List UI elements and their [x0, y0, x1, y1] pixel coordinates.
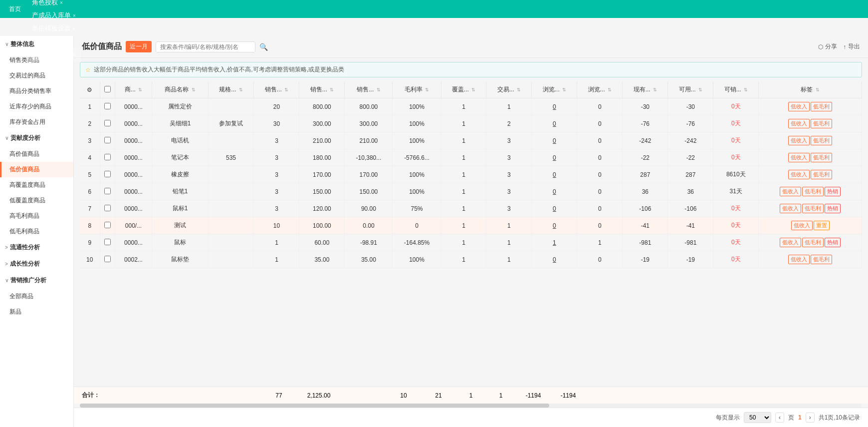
first-page-button[interactable]: ‹	[775, 413, 784, 423]
cell-browse1[interactable]: 0	[532, 251, 577, 268]
horizontal-scrollbar[interactable]	[80, 404, 862, 408]
nav-close-icon[interactable]: ×	[73, 13, 76, 18]
sidebar-item-低覆盖度商品[interactable]: 低覆盖度商品	[0, 193, 73, 208]
row-checkbox[interactable]	[104, 120, 111, 126]
cell-browse1[interactable]: 0	[532, 217, 577, 234]
cell-browse1[interactable]: 0	[532, 98, 577, 115]
nav-item-产成品入库单[interactable]: 产成品入库单 ×	[27, 9, 81, 22]
browse1-link[interactable]: 0	[553, 171, 556, 178]
nav-close-icon[interactable]: ×	[73, 26, 76, 31]
search-icon[interactable]: 🔍	[259, 43, 268, 51]
cell-checkbox[interactable]	[100, 115, 115, 132]
cell-browse1[interactable]: 0	[532, 149, 577, 166]
th-browse2[interactable]: 浏览... ⇅	[577, 81, 623, 98]
cell-checkbox[interactable]	[100, 217, 115, 234]
cell-current-stock: -22	[623, 149, 668, 166]
nav-item-商品分析[interactable]: 商品分析 ×	[27, 35, 81, 48]
th-sellable[interactable]: 可销... ⇅	[713, 81, 759, 98]
cell-checkbox[interactable]	[100, 149, 115, 166]
row-checkbox[interactable]	[104, 154, 111, 160]
cell-browse1[interactable]: 0	[532, 132, 577, 149]
browse1-link[interactable]: 0	[553, 222, 556, 229]
th-sales-qty[interactable]: 销售... ⇅	[254, 81, 299, 98]
browse1-link[interactable]: 0	[553, 103, 556, 110]
th-checkbox[interactable]	[100, 81, 115, 98]
nav-close-icon[interactable]: ×	[73, 52, 76, 57]
sidebar-item-高价值商品[interactable]: 高价值商品	[0, 146, 73, 162]
sidebar-section-贡献度分析[interactable]: ∨ 贡献度分析	[0, 130, 73, 146]
row-checkbox[interactable]	[104, 188, 111, 194]
browse1-link[interactable]: 1	[553, 239, 556, 246]
row-checkbox[interactable]	[104, 137, 111, 143]
page-size-select[interactable]: 50 100 200	[744, 412, 771, 423]
cell-sales-amount: 35.00	[299, 251, 345, 268]
sidebar-item-高毛利商品[interactable]: 高毛利商品	[0, 208, 73, 224]
browse1-link[interactable]: 0	[553, 154, 556, 161]
browse1-link[interactable]: 0	[553, 188, 556, 195]
sidebar-item-近库存少的商品[interactable]: 近库存少的商品	[0, 99, 73, 114]
cell-checkbox[interactable]	[100, 251, 115, 268]
sidebar-section-成长性分析[interactable]: > 成长性分析	[0, 256, 73, 272]
sidebar-item-低价值商品[interactable]: 低价值商品	[0, 162, 73, 177]
th-available[interactable]: 可用... ⇅	[668, 81, 713, 98]
scrollbar-thumb[interactable]	[80, 404, 549, 408]
search-input[interactable]	[156, 41, 255, 52]
cell-checkbox[interactable]	[100, 234, 115, 251]
row-checkbox[interactable]	[104, 256, 111, 262]
th-settings[interactable]: ⚙	[80, 81, 100, 98]
row-checkbox[interactable]	[104, 171, 111, 177]
th-name[interactable]: 商品名称 ⇅	[152, 81, 208, 98]
browse1-link[interactable]: 0	[553, 120, 556, 127]
sidebar-item-交易过的商品[interactable]: 交易过的商品	[0, 68, 73, 83]
th-tags[interactable]: 标签 ⇅	[759, 81, 862, 98]
main-content: 低价值商品 近一月 🔍 ⬡ 分享 ↑ 导出 ☆ 这部分商品的销售收入大幅低于商品…	[74, 36, 868, 427]
cell-checkbox[interactable]	[100, 98, 115, 115]
th-gross-margin[interactable]: 毛利率 ⇅	[393, 81, 441, 98]
nav-item-home[interactable]: 首页	[4, 3, 26, 15]
filter-button[interactable]: 近一月	[126, 41, 152, 52]
cell-browse1[interactable]: 0	[532, 183, 577, 200]
th-sales-amount[interactable]: 销售... ⇅	[299, 81, 345, 98]
sidebar-item-低毛利商品[interactable]: 低毛利商品	[0, 224, 73, 239]
sidebar-item-库存资金占用[interactable]: 库存资金占用	[0, 114, 73, 130]
nav-item-单据模板设置[interactable]: 单据模板设置 ×	[27, 22, 81, 35]
row-checkbox[interactable]	[104, 103, 111, 109]
export-button[interactable]: ↑ 导出	[843, 42, 860, 51]
cell-checkbox[interactable]	[100, 200, 115, 217]
next-page-button[interactable]: ›	[806, 413, 815, 423]
th-current-stock[interactable]: 现有... ⇅	[623, 81, 668, 98]
cell-browse1[interactable]: 0	[532, 166, 577, 183]
th-sales-price[interactable]: 销售... ⇅	[345, 81, 393, 98]
cell-browse1[interactable]: 0	[532, 115, 577, 132]
cell-checkbox[interactable]	[100, 132, 115, 149]
th-code[interactable]: 商... ⇅	[115, 81, 152, 98]
sidebar-item-新品[interactable]: 新品	[0, 304, 73, 320]
cell-browse1[interactable]: 1	[532, 234, 577, 251]
tag-热销: 热销	[825, 238, 841, 247]
sidebar-item-全部商品[interactable]: 全部商品	[0, 289, 73, 304]
browse1-link[interactable]: 0	[553, 256, 556, 263]
nav-close-icon[interactable]: ×	[60, 0, 63, 5]
browse1-link[interactable]: 0	[553, 137, 556, 144]
cell-tags: 低收入低毛利	[759, 166, 862, 183]
nav-item-角色授权[interactable]: 角色授权 ×	[27, 0, 81, 9]
cell-browse1[interactable]: 0	[532, 200, 577, 217]
cell-checkbox[interactable]	[100, 166, 115, 183]
nav-item-商品分析列表[interactable]: 商品分析列表 ×	[27, 48, 81, 61]
th-browse1[interactable]: 浏览... ⇅	[532, 81, 577, 98]
row-checkbox[interactable]	[104, 239, 111, 245]
sidebar-item-高覆盖度商品[interactable]: 高覆盖度商品	[0, 177, 73, 193]
share-button[interactable]: ⬡ 分享	[818, 42, 837, 51]
browse1-link[interactable]: 0	[553, 205, 556, 212]
select-all-checkbox[interactable]	[104, 86, 111, 92]
sidebar-section-营销推广分析[interactable]: ∨ 营销推广分析	[0, 272, 73, 289]
sidebar-section-流通性分析[interactable]: > 流通性分析	[0, 239, 73, 256]
th-coverage[interactable]: 覆盖... ⇅	[441, 81, 486, 98]
sidebar-item-商品分类销售率[interactable]: 商品分类销售率	[0, 83, 73, 99]
th-transaction[interactable]: 交易... ⇅	[486, 81, 532, 98]
nav-close-icon[interactable]: ×	[60, 39, 63, 44]
row-checkbox[interactable]	[104, 222, 111, 228]
th-spec[interactable]: 规格... ⇅	[208, 81, 254, 98]
cell-checkbox[interactable]	[100, 183, 115, 200]
row-checkbox[interactable]	[104, 205, 111, 211]
